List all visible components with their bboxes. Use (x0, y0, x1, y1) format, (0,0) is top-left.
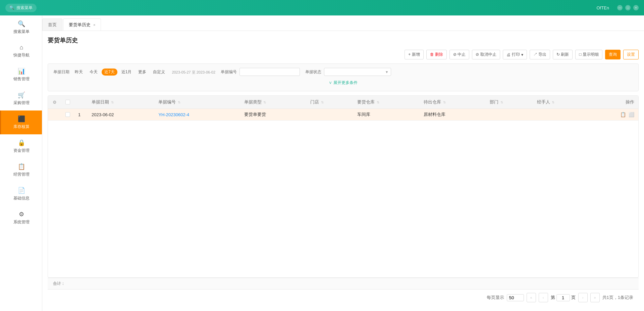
row-action-icons: 📋 ⬜ (593, 112, 634, 117)
col-store[interactable]: 门店 ⇅ (306, 96, 353, 109)
print-label: 打印 (512, 52, 520, 57)
filter-status-select-wrapper (324, 68, 391, 76)
first-page-button[interactable]: « (527, 293, 536, 302)
minimize-button[interactable]: — (617, 5, 623, 10)
tab-history-close-icon[interactable]: × (93, 23, 95, 27)
row-date-cell: 2023-06-02 (88, 109, 154, 121)
date-shortcut-today[interactable]: 今天 (87, 69, 100, 76)
settings-button[interactable]: 设置 (623, 50, 639, 59)
export-button[interactable]: ↗ 导出 (530, 50, 550, 59)
last-page-button[interactable]: » (590, 293, 600, 302)
page-input-suffix: 页 (571, 295, 576, 301)
expand-more-button[interactable]: ∨ 展开更多条件 (326, 79, 360, 87)
col-no-sort-icon: ⇅ (178, 100, 180, 104)
stop-button[interactable]: ⊘ 中止 (449, 50, 469, 59)
sidebar-item-system-label: 系统管理 (13, 219, 30, 225)
query-button[interactable]: 查询 (605, 50, 621, 59)
close-window-button[interactable]: × (633, 5, 639, 10)
col-store-sort-icon: ⇅ (321, 100, 324, 104)
select-all-checkbox[interactable] (65, 100, 70, 104)
sidebar-item-purchase[interactable]: 🛒 采购管理 (0, 87, 42, 110)
display-detail-button[interactable]: □ 显示明细 (575, 50, 602, 59)
search-menu-icon: 🔍 (18, 20, 25, 28)
sidebar-item-inventory[interactable]: ⬛ 库存核算 (0, 110, 42, 134)
prev-page-button[interactable]: ‹ (539, 293, 548, 302)
date-shortcut-7days[interactable]: 近7天 (102, 69, 117, 76)
row-no-cell: YH-20230602-4 (154, 109, 240, 121)
col-dept-label: 部门 (490, 99, 498, 104)
inventory-icon: ⬛ (18, 115, 25, 123)
sidebar-item-sales[interactable]: 📊 销售管理 (0, 63, 42, 87)
date-shortcut-1month[interactable]: 近1月 (119, 69, 135, 76)
tab-home[interactable]: 首页 (42, 18, 62, 31)
finance-icon: 🔒 (18, 139, 25, 146)
filter-date-label: 单据日期 (53, 69, 69, 75)
table-container: ⚙ 单据日期 ⇅ (48, 95, 639, 278)
col-date[interactable]: 单据日期 ⇅ (88, 96, 154, 109)
date-range-display: 2023-05-27 至 2023-06-02 (172, 70, 215, 75)
pagination: 每页显示 50 100 « ‹ 第 页 › » 共1页，1条记录 (48, 289, 639, 306)
main-area: 🔍 搜索菜单 ⌂ 快捷导航 📊 销售管理 🛒 采购管理 ⬛ 库存核算 🔒 资 (0, 15, 644, 311)
page-size-select[interactable]: 50 100 (507, 294, 524, 301)
col-settings[interactable]: ⚙ (48, 96, 61, 109)
sidebar-item-finance[interactable]: 🔒 资金管理 (0, 134, 42, 158)
col-type[interactable]: 单据类型 ⇅ (240, 96, 307, 109)
sidebar-item-search[interactable]: 🔍 搜索菜单 (0, 15, 42, 39)
date-shortcut-yesterday[interactable]: 昨天 (72, 69, 86, 76)
print-icon: 🖨 (506, 52, 511, 57)
maximize-button[interactable]: □ (625, 5, 631, 10)
col-dept[interactable]: 部门 ⇅ (486, 96, 533, 109)
col-req-warehouse[interactable]: 要货仓库 ⇅ (353, 96, 420, 109)
row-pend-warehouse-cell: 原材料仓库 (420, 109, 486, 121)
sidebar-item-finance-label: 资金管理 (13, 148, 30, 153)
row-store-cell (306, 109, 353, 121)
delete-button[interactable]: 🗑 删除 (426, 50, 447, 59)
window-title: OfTEn (596, 5, 609, 10)
print-button[interactable]: 🖨 打印 ▾ (503, 50, 527, 59)
page-content: 要货单历史 + 新增 🗑 删除 ⊘ 中止 ⊘ 取消中止 🖨 打印 ▾ ↗ 导出 … (42, 31, 644, 311)
page-input-wrapper: 第 页 (551, 294, 576, 301)
sidebar-item-operation[interactable]: 📋 经营管理 (0, 158, 42, 182)
row-detail-icon[interactable]: ⬜ (629, 112, 634, 117)
filter-date-shortcuts: 昨天 今天 近7天 近1月 更多 自定义 (72, 69, 168, 76)
filter-row-2: ∨ 展开更多条件 (53, 79, 633, 87)
col-no-label: 单据编号 (158, 99, 176, 104)
col-pend-warehouse[interactable]: 待出仓库 ⇅ (420, 96, 486, 109)
col-store-label: 门店 (310, 99, 319, 104)
col-handler[interactable]: 经手人 ⇅ (533, 96, 590, 109)
col-action: 操作 (589, 96, 638, 109)
row-no-link[interactable]: YH-20230602-4 (158, 112, 189, 117)
row-edit-icon[interactable]: 📋 (620, 112, 626, 117)
content-area: 首页 要货单历史 × 要货单历史 + 新增 🗑 删除 ⊘ 中止 ⊘ 取消中止 (42, 15, 644, 311)
page-input[interactable] (556, 294, 570, 301)
col-type-sort-icon: ⇅ (263, 100, 266, 104)
col-checkbox (61, 96, 74, 109)
col-handler-sort-icon: ⇅ (552, 100, 554, 104)
row-checkbox[interactable] (65, 112, 70, 117)
sidebar-item-inventory-label: 库存核算 (13, 124, 30, 130)
sidebar: 🔍 搜索菜单 ⌂ 快捷导航 📊 销售管理 🛒 采购管理 ⬛ 库存核算 🔒 资 (0, 15, 42, 311)
date-shortcut-more[interactable]: 更多 (136, 69, 149, 76)
sum-label: 合计： (53, 281, 65, 286)
row-type-cell: 要货单要货 (240, 109, 307, 121)
next-page-button[interactable]: › (578, 293, 588, 302)
new-button[interactable]: + 新增 (405, 50, 423, 59)
table-head: ⚙ 单据日期 ⇅ (48, 96, 638, 109)
filter-status-select[interactable] (324, 68, 391, 76)
column-settings-icon[interactable]: ⚙ (53, 100, 57, 105)
operation-icon: 📋 (18, 163, 25, 170)
date-shortcut-custom[interactable]: 自定义 (150, 69, 168, 76)
col-no[interactable]: 单据编号 ⇅ (154, 96, 240, 109)
filter-orderno-input[interactable] (239, 68, 300, 76)
sidebar-item-purchase-label: 采购管理 (13, 100, 30, 106)
sidebar-item-quicknav[interactable]: ⌂ 快捷导航 (0, 39, 42, 63)
cancel-stop-button[interactable]: ⊘ 取消中止 (472, 50, 500, 59)
col-date-label: 单据日期 (92, 99, 109, 104)
sidebar-item-operation-label: 经营管理 (13, 172, 30, 177)
table-footer: 合计： (48, 278, 639, 289)
tab-history[interactable]: 要货单历史 × (63, 18, 101, 31)
sidebar-item-system[interactable]: ⚙ 系统管理 (0, 206, 42, 230)
refresh-button[interactable]: ↻ 刷新 (553, 50, 573, 59)
sidebar-item-basic[interactable]: 📄 基础信息 (0, 182, 42, 206)
search-bar[interactable]: 🔍 搜索菜单 (5, 4, 37, 12)
